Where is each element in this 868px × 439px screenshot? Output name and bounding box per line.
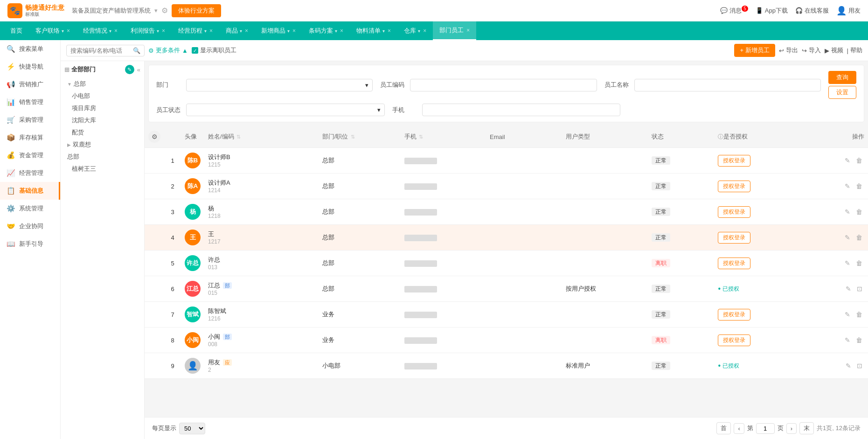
close-icon[interactable]: × (466, 27, 470, 34)
edit-button[interactable]: ✎ (843, 207, 852, 216)
auth-button[interactable]: 授权登录 (718, 155, 750, 167)
dept-node-zongbu[interactable]: 总部 (64, 151, 140, 163)
edit-button[interactable]: ✎ (843, 335, 852, 345)
sidebar-item-shortcuts[interactable]: ⚡ 快捷导航 (0, 58, 60, 76)
tab-add-goods[interactable]: 新增商品 ▾ × (255, 21, 302, 40)
tab-warehouse[interactable]: 仓库 ▾ × (397, 21, 433, 40)
emp-code-input[interactable] (410, 79, 597, 91)
close-icon[interactable]: × (292, 28, 296, 34)
export-button[interactable]: ↩ 导出 (779, 46, 798, 55)
sidebar-item-management[interactable]: 📈 经营管理 (0, 164, 60, 182)
emp-name-input[interactable] (634, 79, 821, 91)
tab-goods[interactable]: 商品 ▾ × (219, 21, 255, 40)
dept-collapse-button[interactable]: « (137, 66, 140, 73)
sidebar-item-purchase[interactable]: 🛒 采购管理 (0, 111, 60, 129)
col-phone[interactable]: 手机 ⇅ (401, 126, 486, 148)
online-support-button[interactable]: 🎧 在线客服 (795, 7, 829, 15)
auth-button[interactable]: 授权登录 (718, 258, 750, 269)
message-button[interactable]: 💬 消息 5 (720, 7, 748, 15)
last-page-button[interactable]: 末 (799, 422, 814, 434)
settings-icon[interactable]: ⚙ (161, 6, 168, 15)
user-menu-button[interactable]: 👤 用友 (836, 6, 861, 16)
reset-button[interactable]: 设置 (828, 86, 856, 99)
first-page-button[interactable]: 首 (716, 422, 731, 434)
close-icon[interactable]: × (67, 28, 70, 34)
delete-button[interactable]: 🗑 (854, 181, 864, 191)
table-settings-button[interactable]: ⚙ (148, 131, 160, 143)
sidebar-item-collab[interactable]: 🤝 企业协同 (0, 217, 60, 235)
edit-button[interactable]: ✎ (843, 258, 852, 268)
auth-button[interactable]: 授权登录 (718, 232, 750, 244)
auth-button[interactable]: 授权登录 (718, 309, 750, 321)
next-page-button[interactable]: › (786, 423, 797, 434)
copy-button[interactable]: ⊡ (855, 361, 864, 370)
dept-node-peihuo[interactable]: 配货 (64, 126, 140, 139)
tab-home[interactable]: 首页 (4, 21, 29, 40)
sidebar-item-marketing[interactable]: 📢 营销推广 (0, 76, 60, 93)
dept-node-shenyang[interactable]: 沈阳大库 (64, 114, 140, 126)
sidebar-item-basic-info[interactable]: 📋 基础信息 (0, 182, 60, 200)
close-icon[interactable]: × (423, 28, 426, 34)
edit-button[interactable]: ✎ (843, 233, 852, 242)
sidebar-item-sales[interactable]: 📊 销售管理 (0, 93, 60, 111)
view-button[interactable]: ▶ 视频 (825, 46, 843, 55)
app-download-button[interactable]: 📱 App下载 (756, 7, 788, 15)
close-icon[interactable]: × (114, 28, 118, 34)
sidebar-item-guide[interactable]: 📖 新手引导 (0, 235, 60, 253)
page-input[interactable] (756, 423, 775, 434)
query-button[interactable]: 查询 (828, 71, 856, 84)
dept-node-project[interactable]: 项目库房 (64, 102, 140, 114)
auth-button[interactable]: 授权登录 (718, 206, 750, 218)
tab-employees[interactable]: 部门员工 × (433, 21, 476, 40)
close-icon[interactable]: × (388, 28, 391, 34)
dept-node-shuanglu[interactable]: ▶双鹿想 (64, 139, 140, 151)
tab-bom[interactable]: 物料清单 ▾ × (350, 21, 397, 40)
edit-button[interactable]: ✎ (844, 361, 853, 370)
dept-edit-button[interactable]: ✎ (125, 65, 134, 74)
import-button[interactable]: ↪ 导入 (802, 46, 821, 55)
tab-barcode[interactable]: 条码方案 ▾ × (302, 21, 350, 40)
close-icon[interactable]: × (209, 28, 213, 34)
dept-node-zongbu-parent[interactable]: ▼总部 (64, 78, 140, 90)
close-icon[interactable]: × (162, 28, 165, 34)
dept-node-zhishu[interactable]: 植树王三 (64, 163, 140, 175)
add-employee-button[interactable]: + 新增员工 (734, 44, 775, 57)
dropdown-arrow-icon[interactable]: ▾ (154, 7, 158, 14)
edit-button[interactable]: ✎ (844, 284, 853, 293)
tab-history[interactable]: 经营历程 ▾ × (172, 21, 219, 40)
delete-button[interactable]: 🗑 (854, 156, 864, 165)
copy-button[interactable]: ⊡ (855, 284, 864, 293)
sidebar-item-search[interactable]: 🔍 搜索菜单 (0, 40, 60, 58)
prev-page-button[interactable]: ‹ (734, 423, 744, 434)
delete-button[interactable]: 🗑 (854, 207, 864, 216)
delete-button[interactable]: 🗑 (854, 258, 864, 268)
tab-profit[interactable]: 利润报告 ▾ × (124, 21, 172, 40)
more-filter-button[interactable]: ⚙ 更多条件 ▲ (148, 46, 188, 55)
close-icon[interactable]: × (340, 28, 343, 34)
sidebar-item-inventory[interactable]: 📦 库存核算 (0, 129, 60, 146)
sidebar-item-system[interactable]: ⚙️ 系统管理 (0, 200, 60, 217)
page-size-select[interactable]: 50 100 200 (179, 423, 205, 434)
help-button[interactable]: | 帮助 (847, 46, 862, 55)
search-input[interactable] (70, 47, 131, 54)
auth-button[interactable]: 授权登录 (718, 334, 750, 346)
emp-status-select[interactable]: ▾ (186, 104, 385, 116)
edit-button[interactable]: ✎ (843, 310, 852, 319)
phone-input[interactable] (422, 104, 621, 116)
delete-button[interactable]: 🗑 (854, 310, 864, 319)
show-inactive-toggle[interactable]: ✓ 显示离职员工 (192, 46, 236, 55)
auth-button[interactable]: 授权登录 (718, 181, 750, 192)
tab-operation[interactable]: 经营情况 ▾ × (76, 21, 124, 40)
dept-node-xiaodibu[interactable]: 小电部 (64, 90, 140, 102)
sidebar-item-finance[interactable]: 💰 资金管理 (0, 146, 60, 164)
close-icon[interactable]: × (245, 28, 248, 34)
edit-button[interactable]: ✎ (843, 156, 852, 165)
tab-customer[interactable]: 客户联络 ▾ × (29, 21, 76, 40)
trial-button[interactable]: 体验行业方案 (172, 4, 221, 17)
show-inactive-checkbox[interactable]: ✓ (192, 47, 198, 54)
delete-button[interactable]: 🗑 (854, 335, 864, 345)
edit-button[interactable]: ✎ (843, 181, 852, 191)
col-dept[interactable]: 部门/职位 ⇅ (319, 126, 401, 148)
col-name[interactable]: 姓名/编码 ⇅ (204, 126, 319, 148)
dept-filter-select[interactable]: ▾ (186, 79, 373, 91)
